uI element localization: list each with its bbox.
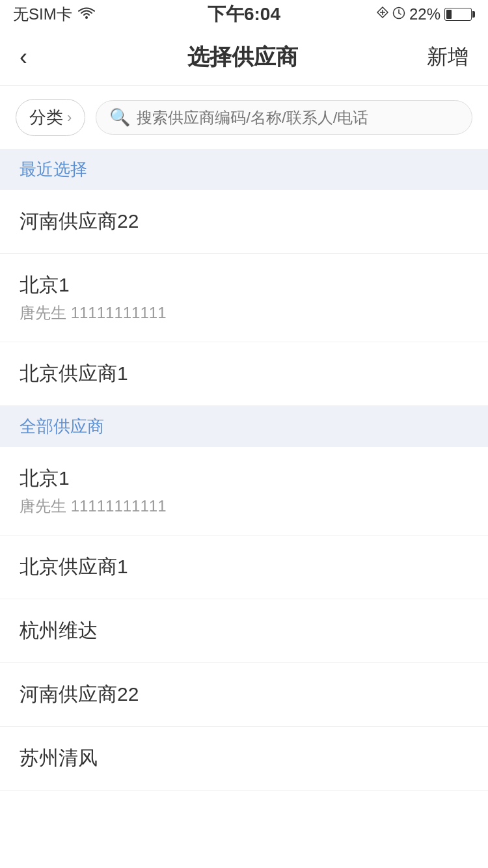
item-name: 北京供应商1 (20, 360, 468, 387)
category-label: 分类 (29, 106, 63, 129)
battery-icon (444, 8, 475, 21)
status-right: 22% (377, 5, 475, 23)
list-item[interactable]: 河南供应商22 (0, 190, 488, 254)
page-title: 选择供应商 (187, 42, 298, 72)
search-icon: 🔍 (109, 107, 130, 128)
location-icon (377, 5, 388, 23)
list-item[interactable]: 北京供应商1 (0, 536, 488, 599)
category-button[interactable]: 分类 › (16, 99, 85, 136)
item-name: 苏州清风 (20, 745, 468, 772)
all-items-list: 北京1唐先生 11111111111北京供应商1杭州维达河南供应商22苏州清风 (0, 447, 488, 791)
item-name: 北京供应商1 (20, 554, 468, 580)
clock-icon (392, 5, 405, 23)
item-detail: 唐先生 11111111111 (20, 303, 468, 323)
list-item[interactable]: 苏州清风 (0, 727, 488, 791)
item-name: 河南供应商22 (20, 208, 468, 235)
filter-bar: 分类 › 🔍 (0, 86, 488, 149)
list-item[interactable]: 北京1唐先生 11111111111 (0, 447, 488, 536)
chevron-right-icon: › (67, 109, 72, 126)
recent-section-label: 最近选择 (20, 159, 87, 179)
item-name: 北京1 (20, 272, 468, 299)
status-left: 无SIM卡 (13, 4, 96, 25)
all-section-header: 全部供应商 (0, 406, 488, 447)
recent-section-header: 最近选择 (0, 149, 488, 190)
search-box: 🔍 (96, 100, 472, 135)
carrier-text: 无SIM卡 (13, 4, 72, 25)
item-name: 杭州维达 (20, 617, 468, 644)
battery-percent: 22% (409, 5, 441, 23)
status-time: 下午6:04 (208, 2, 280, 27)
nav-bar: ‹ 选择供应商 新增 (0, 29, 488, 86)
item-name: 河南供应商22 (20, 681, 468, 708)
list-item[interactable]: 河南供应商22 (0, 663, 488, 727)
svg-point-0 (85, 16, 88, 19)
add-button[interactable]: 新增 (427, 43, 468, 72)
status-bar: 无SIM卡 下午6:04 (0, 0, 488, 29)
recent-items-list: 河南供应商22北京1唐先生 11111111111北京供应商1 (0, 190, 488, 406)
item-name: 北京1 (20, 465, 468, 492)
wifi-icon (77, 5, 96, 23)
all-section-label: 全部供应商 (20, 416, 104, 436)
back-button[interactable]: ‹ (20, 44, 59, 71)
list-item[interactable]: 杭州维达 (0, 599, 488, 663)
search-input[interactable] (137, 109, 459, 127)
list-item[interactable]: 北京1唐先生 11111111111 (0, 254, 488, 342)
item-detail: 唐先生 11111111111 (20, 496, 468, 517)
list-item[interactable]: 北京供应商1 (0, 342, 488, 406)
svg-line-3 (399, 13, 401, 14)
